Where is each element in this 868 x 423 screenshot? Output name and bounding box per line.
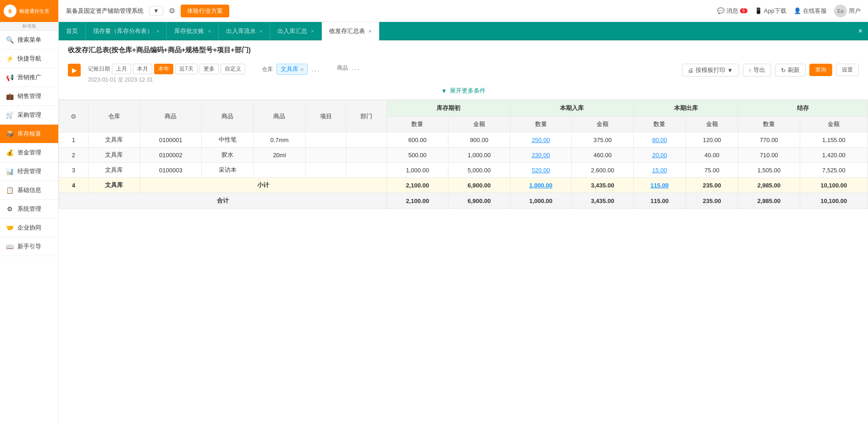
- filter-expand-row[interactable]: ▼ 展开更多条件: [68, 84, 859, 95]
- filter-expand-button[interactable]: ▶: [68, 64, 81, 77]
- avatar: Ea: [834, 5, 847, 17]
- clipboard-icon: 📋: [6, 187, 14, 194]
- tab-label: 收发存汇总表: [329, 27, 365, 35]
- subtotal-out-qty-link[interactable]: 115.00: [651, 182, 669, 189]
- sidebar-item-inventory[interactable]: 📦 库存核算: [0, 125, 58, 143]
- logo-icon: 6: [4, 5, 17, 17]
- date-btn-this-month[interactable]: 本月: [133, 64, 152, 74]
- tab-home[interactable]: 首页: [59, 22, 86, 40]
- warehouse-tag-close[interactable]: ×: [300, 66, 304, 73]
- row-close-amt: 7,525.00: [800, 163, 868, 178]
- out-qty-link[interactable]: 15.00: [652, 167, 667, 174]
- warehouse-label: 仓库: [262, 66, 273, 73]
- sidebar-item-sales[interactable]: 💼 销售管理: [0, 87, 58, 106]
- online-service-button[interactable]: 👤 在线客服: [794, 7, 827, 15]
- tab-inout-flow[interactable]: 出入库流水 ×: [219, 22, 270, 40]
- in-qty-link[interactable]: 250.00: [532, 137, 550, 143]
- date-btn-custom[interactable]: 自定义: [221, 64, 245, 74]
- sidebar-item-marketing[interactable]: 📢 营销推广: [0, 68, 58, 87]
- tab-close-icon[interactable]: ×: [311, 28, 314, 34]
- subtotal-close-amt: 10,100.00: [800, 178, 868, 193]
- tab-home-label: 首页: [66, 27, 78, 35]
- system-dropdown[interactable]: ▼: [149, 6, 163, 16]
- row-warehouse: 文具库: [88, 163, 140, 178]
- in-qty-link[interactable]: 230.00: [532, 152, 550, 159]
- tab-close-icon[interactable]: ×: [369, 28, 371, 34]
- sidebar-item-label: 资金管理: [17, 148, 41, 157]
- subtotal-warehouse: 文具库: [88, 178, 140, 193]
- date-btn-more[interactable]: 更多: [199, 64, 219, 74]
- row-open-amt: 1,000.00: [448, 148, 510, 163]
- tab-label: 出入库流水: [226, 27, 256, 35]
- table-settings-button[interactable]: 设置: [836, 64, 859, 76]
- app-download-label: App下载: [764, 7, 786, 15]
- table-container: ⚙ 仓库 商品 商品 商品 项目 部门 库存期初 本期入库 本期出库 结存: [59, 100, 868, 423]
- date-btn-this-year[interactable]: 本年: [154, 64, 173, 74]
- date-range-display: 2023-01-01 至 2023-12-31: [88, 76, 245, 84]
- col-group-closing: 结存: [738, 100, 868, 116]
- row-name: 中性笔: [202, 132, 254, 148]
- sidebar-item-system[interactable]: ⚙ 系统管理: [0, 200, 58, 219]
- sidebar-item-finance[interactable]: 💰 资金管理: [0, 143, 58, 162]
- sidebar-badge: 标准版: [0, 22, 58, 31]
- sidebar-item-basic-info[interactable]: 📋 基础信息: [0, 181, 58, 200]
- in-qty-header: 数量: [510, 116, 572, 132]
- sidebar-item-purchase[interactable]: 🛒 采购管理: [0, 106, 58, 125]
- out-qty-header: 数量: [633, 116, 686, 132]
- col-dept-header: 部门: [346, 100, 387, 132]
- export-button[interactable]: ↑ 导出: [743, 64, 772, 77]
- date-btn-last-month[interactable]: 上月: [112, 64, 131, 74]
- page-title: 收发存汇总表(按仓库+商品编码+商品+规格型号+项目+部门): [68, 46, 859, 55]
- subtotal-in-qty-link[interactable]: 1,000.00: [529, 182, 553, 189]
- col-warehouse-header: 仓库: [88, 100, 140, 132]
- row-in-qty: 250.00: [510, 132, 572, 148]
- out-qty-link[interactable]: 20.00: [652, 152, 667, 159]
- trial-button[interactable]: 体验行业方案: [181, 5, 229, 17]
- data-table: ⚙ 仓库 商品 商品 商品 项目 部门 库存期初 本期入库 本期出库 结存: [59, 100, 868, 209]
- app-download-button[interactable]: 📱 App下载: [755, 7, 786, 15]
- in-qty-link[interactable]: 520.00: [532, 167, 550, 174]
- out-qty-link[interactable]: 80.00: [652, 137, 667, 143]
- sidebar-item-quick-nav[interactable]: ⚡ 快捷导航: [0, 49, 58, 68]
- user-menu[interactable]: Ea 用户: [834, 5, 861, 17]
- tab-close-icon[interactable]: ×: [156, 28, 159, 34]
- filter-actions: 🖨 按模板打印 ▼ ↑ 导出 ↻ 刷新 查询 设置: [682, 64, 859, 77]
- row-out-qty: 15.00: [633, 163, 686, 178]
- warehouse-tag: 文具库 ×: [276, 64, 308, 75]
- tab-inventory-dist[interactable]: 现存量（库存分布表） ×: [86, 22, 167, 40]
- print-icon: 🖨: [688, 67, 694, 74]
- query-button[interactable]: 查询: [809, 64, 832, 76]
- goods-ellipsis[interactable]: ...: [352, 64, 360, 72]
- row-open-qty: 1,000.00: [387, 163, 448, 178]
- tabbar-close-button[interactable]: ×: [853, 27, 868, 35]
- chevron-down-icon: ▼: [727, 67, 733, 74]
- date-filter: 记账日期 上月 本月 本年 近7天 更多 自定义 2023-01-01 至 20…: [88, 64, 245, 84]
- tab-label: 现存量（库存分布表）: [93, 27, 153, 35]
- warehouse-ellipsis[interactable]: ...: [311, 65, 320, 73]
- print-button[interactable]: 🖨 按模板打印 ▼: [682, 64, 739, 77]
- settings-icon[interactable]: ⚙: [169, 6, 175, 15]
- sidebar-item-search[interactable]: 🔍 搜索菜单: [0, 31, 58, 49]
- handshake-icon: 🤝: [6, 224, 14, 231]
- row-close-qty: 710.00: [738, 148, 800, 163]
- tab-stock-summary[interactable]: 收发存汇总表 ×: [322, 22, 379, 40]
- refresh-button[interactable]: ↻ 刷新: [775, 64, 806, 77]
- tab-close-icon[interactable]: ×: [260, 28, 262, 34]
- tab-inout-summary[interactable]: 出入库汇总 ×: [270, 22, 321, 40]
- sidebar-item-label: 销售管理: [17, 92, 41, 100]
- row-no: 3: [59, 163, 88, 178]
- sidebar-item-management[interactable]: 📊 经营管理: [0, 162, 58, 181]
- tab-close-icon[interactable]: ×: [208, 28, 210, 34]
- messages-button[interactable]: 💬 消息 6: [717, 7, 747, 15]
- sidebar-item-enterprise[interactable]: 🤝 企业协同: [0, 219, 58, 237]
- table-settings-icon[interactable]: ⚙: [71, 113, 77, 120]
- row-close-qty: 770.00: [738, 132, 800, 148]
- row-no: 2: [59, 148, 88, 163]
- sidebar-item-label: 企业协同: [17, 224, 41, 232]
- sidebar-item-guide[interactable]: 📖 新手引导: [0, 237, 58, 256]
- goods-label: 商品: [337, 64, 348, 72]
- date-btn-7days[interactable]: 近7天: [175, 64, 198, 74]
- row-in-amt: 375.00: [572, 132, 634, 148]
- tab-batch-ledger[interactable]: 库存批次账 ×: [167, 22, 218, 40]
- briefcase-icon: 💼: [6, 93, 14, 100]
